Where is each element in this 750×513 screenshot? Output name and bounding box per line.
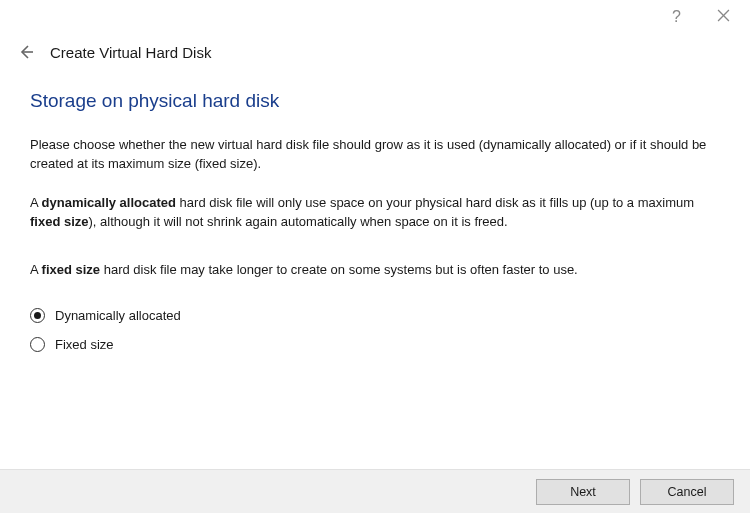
cancel-button[interactable]: Cancel bbox=[640, 479, 734, 505]
text: hard disk file may take longer to create… bbox=[100, 262, 578, 277]
dialog-footer: Next Cancel bbox=[0, 469, 750, 513]
titlebar: ? bbox=[0, 0, 750, 34]
dialog-header: Create Virtual Hard Disk bbox=[0, 34, 750, 72]
page-heading: Storage on physical hard disk bbox=[30, 90, 720, 112]
radio-label: Dynamically allocated bbox=[55, 308, 181, 323]
text: ), although it will not shrink again aut… bbox=[89, 214, 508, 229]
back-arrow-icon[interactable] bbox=[16, 42, 36, 62]
radio-label: Fixed size bbox=[55, 337, 114, 352]
dynamic-paragraph: A dynamically allocated hard disk file w… bbox=[30, 194, 720, 232]
help-icon[interactable]: ? bbox=[672, 8, 681, 26]
next-button[interactable]: Next bbox=[536, 479, 630, 505]
radio-indicator-icon bbox=[30, 337, 45, 352]
text: A bbox=[30, 262, 42, 277]
dialog-title: Create Virtual Hard Disk bbox=[50, 44, 211, 61]
storage-type-radio-group: Dynamically allocated Fixed size bbox=[30, 308, 720, 352]
text: hard disk file will only use space on yo… bbox=[176, 195, 694, 210]
intro-paragraph: Please choose whether the new virtual ha… bbox=[30, 136, 720, 174]
radio-fixed-size[interactable]: Fixed size bbox=[30, 337, 720, 352]
bold-text: fixed size bbox=[42, 262, 101, 277]
radio-indicator-icon bbox=[30, 308, 45, 323]
bold-text: fixed size bbox=[30, 214, 89, 229]
bold-text: dynamically allocated bbox=[42, 195, 176, 210]
fixed-paragraph: A fixed size hard disk file may take lon… bbox=[30, 261, 720, 280]
dialog-content: Storage on physical hard disk Please cho… bbox=[0, 72, 750, 352]
close-icon[interactable] bbox=[703, 5, 744, 29]
radio-dynamically-allocated[interactable]: Dynamically allocated bbox=[30, 308, 720, 323]
text: A bbox=[30, 195, 42, 210]
